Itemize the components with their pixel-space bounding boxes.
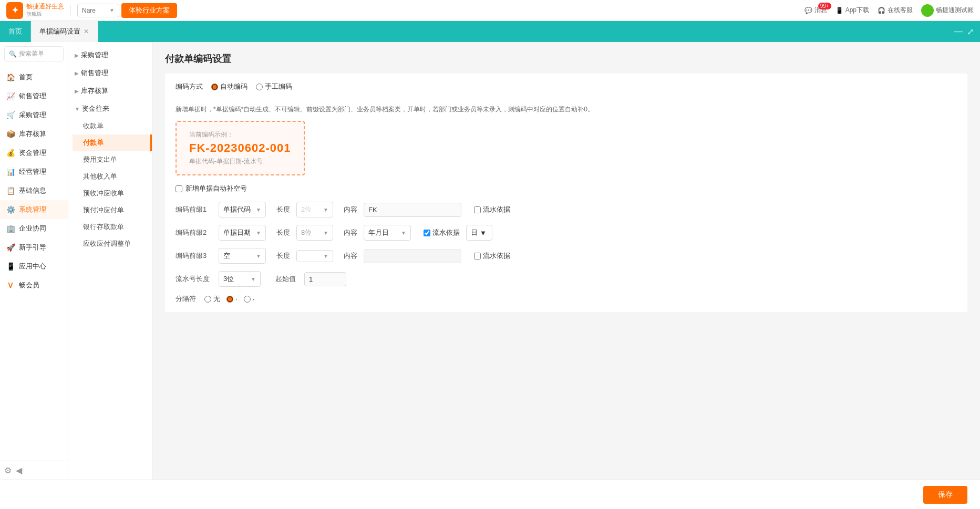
prefix2-select[interactable]: 单据日期 ▼ (219, 225, 266, 241)
sub-menu-item-payment[interactable]: 付款单 (73, 134, 152, 151)
select-arrow-icon: ▼ (256, 207, 261, 213)
prefix2-label: 编码前缀2 (176, 228, 212, 237)
auto-fill-checkbox[interactable] (176, 185, 182, 192)
tab-close-icon[interactable]: ✕ (84, 28, 89, 35)
sep-dot-option[interactable]: · (226, 295, 238, 303)
sidebar-item-newbie[interactable]: 🚀 新手引导 (0, 238, 68, 257)
sidebar-item-purchase[interactable]: 🛒 采购管理 (0, 106, 68, 124)
start-value-input[interactable] (304, 272, 346, 286)
inventory-icon: 📦 (6, 130, 15, 138)
manual-encoding-radio[interactable] (256, 84, 263, 90)
sub-menu-item-prepay-offset[interactable]: 预收冲应收单 (73, 185, 152, 202)
serial-length-label: 流水号长度 (176, 274, 212, 284)
collapse-btn[interactable]: ◀ (16, 465, 22, 475)
select-arrow-icon: ▼ (323, 230, 328, 236)
sep-dot-radio[interactable] (226, 296, 233, 303)
sep-none-radio[interactable] (204, 296, 211, 303)
form-row-prefix1: 编码前缀1 单据代码 ▼ 长度 2位 ▼ 内容 流水依据 (176, 202, 957, 217)
serial1-checkbox-label[interactable]: 流水依据 (474, 205, 510, 214)
code-preview-desc: 单据代码-单据日期-流水号 (189, 157, 291, 166)
length1-select[interactable]: 2位 ▼ (296, 202, 333, 217)
sidebar: 🔍 搜索菜单 🏠 首页 📈 销售管理 🛒 采购管理 📦 库存核算 💰 (0, 42, 68, 480)
sub-menu-item-other-income[interactable]: 其他收入单 (73, 168, 152, 185)
page-title: 付款单编码设置 (165, 53, 967, 65)
select-arrow-icon: ▼ (323, 207, 328, 213)
logo-text: 畅捷通好生意 (26, 3, 64, 10)
settings-btn[interactable]: ⚙ (4, 465, 12, 475)
newbie-icon: 🚀 (6, 243, 15, 252)
auto-encoding-option[interactable]: 自动编码 (211, 82, 247, 91)
sidebar-item-finance[interactable]: 💰 资金管理 (0, 143, 68, 162)
finance-icon: 💰 (6, 149, 15, 157)
sub-menu-parent-capital[interactable]: ▼ 资金往来 (68, 100, 152, 118)
sidebar-item-basic-info[interactable]: 📋 基础信息 (0, 181, 68, 200)
serial-length-select[interactable]: 3位 ▼ (219, 271, 261, 287)
purchase-icon: 🛒 (6, 111, 15, 119)
serial1-checkbox[interactable] (474, 206, 481, 213)
manual-encoding-option[interactable]: 手工编码 (256, 82, 292, 91)
app-download-btn[interactable]: 📱 App下载 (835, 6, 869, 15)
arrow-icon: ▶ (75, 53, 79, 58)
sep-dash-option[interactable]: · (244, 295, 255, 303)
sidebar-item-home[interactable]: 🏠 首页 (0, 68, 68, 87)
prefix3-select[interactable]: 空 ▼ (219, 248, 266, 264)
select-arrow-icon: ▼ (256, 230, 261, 236)
serial2-checkbox-label[interactable]: 流水依据 (424, 228, 460, 237)
sidebar-item-sales[interactable]: 📈 销售管理 (0, 87, 68, 106)
sidebar-item-enterprise[interactable]: 🏢 企业协同 (0, 219, 68, 238)
main-card: 编码方式 自动编码 手工编码 新增单据时，*单据编码*自动生成、不可编辑。前缀设… (165, 74, 967, 312)
sub-menu-item-expense[interactable]: 费用支出单 (73, 151, 152, 168)
sidebar-item-app-center[interactable]: 📱 应用中心 (0, 257, 68, 276)
sidebar-item-operations[interactable]: 📊 经营管理 (0, 162, 68, 181)
separator-row: 分隔符 无 · · (176, 294, 957, 304)
search-btn[interactable]: 🔍 搜索菜单 (4, 46, 64, 61)
auto-encoding-radio[interactable] (211, 84, 218, 90)
code-preview-value: FK-20230602-001 (189, 141, 291, 155)
save-button[interactable]: 保存 (923, 486, 967, 504)
nav-dropdown[interactable]: Nare ▼ (77, 4, 119, 17)
tab-maximize-btn[interactable]: ⤢ (967, 27, 974, 37)
sub-menu-inventory: ▶ 库存核算 (68, 82, 152, 100)
app-center-icon: 📱 (6, 262, 15, 271)
sub-menu-item-receipt[interactable]: 收款单 (73, 118, 152, 134)
serial3-checkbox-label[interactable]: 流水依据 (474, 251, 510, 261)
online-service-btn[interactable]: 🎧 在线客服 (878, 6, 913, 15)
sub-menu-parent-purchase[interactable]: ▶ 采购管理 (68, 46, 152, 64)
content2-select[interactable]: 年月日 ▼ (364, 225, 411, 241)
tab-encoding-settings[interactable]: 单据编码设置 ✕ (31, 21, 98, 42)
sub-menu-parent-sales[interactable]: ▶ 销售管理 (68, 64, 152, 82)
sidebar-item-inventory[interactable]: 📦 库存核算 (0, 124, 68, 143)
logo: ✦ 畅捷通好生意 旗舰版 (6, 2, 64, 19)
length3-select[interactable]: ▼ (296, 250, 333, 262)
sub-menu-item-bank[interactable]: 银行存取款单 (73, 219, 152, 235)
content3-input (364, 249, 461, 263)
serial2-checkbox[interactable] (424, 230, 430, 236)
select-arrow-icon: ▼ (401, 230, 406, 236)
sub-menu-item-adjustment[interactable]: 应收应付调整单 (73, 235, 152, 252)
serial3-checkbox[interactable] (474, 253, 481, 259)
sidebar-bottom: ⚙ ◀ (0, 461, 68, 480)
top-bar: ✦ 畅捷通好生意 旗舰版 Nare ▼ 体验行业方案 💬 消息 99+ 📱 Ap… (0, 0, 980, 21)
prefix1-select[interactable]: 单据代码 ▼ (219, 202, 266, 217)
arrow-icon: ▶ (75, 70, 79, 76)
message-btn[interactable]: 💬 消息 99+ (804, 6, 827, 15)
code-preview-label: 当前编码示例： (189, 130, 291, 139)
sep-dash-radio[interactable] (244, 296, 251, 303)
tab-minimize-btn[interactable]: — (954, 27, 963, 36)
arrow-icon: ▶ (75, 88, 79, 94)
prefix1-label: 编码前缀1 (176, 205, 212, 214)
content1-input[interactable] (364, 203, 461, 217)
length2-select[interactable]: 8位 ▼ (296, 225, 333, 241)
tab-home[interactable]: 首页 (0, 21, 31, 42)
sidebar-nav: 🏠 首页 📈 销售管理 🛒 采购管理 📦 库存核算 💰 资金管理 📊 经 (0, 66, 68, 461)
sub-menu-parent-inventory[interactable]: ▶ 库存核算 (68, 82, 152, 100)
sub-menu-item-advance-offset[interactable]: 预付冲应付单 (73, 202, 152, 219)
tab-actions: — ⤢ (948, 27, 980, 37)
separator-label: 分隔符 (176, 294, 196, 304)
day-select[interactable]: 日 ▼ (466, 225, 492, 241)
sep-none-option[interactable]: 无 (204, 294, 220, 304)
trial-btn[interactable]: 体验行业方案 (121, 3, 177, 18)
sidebar-item-system[interactable]: ⚙️ 系统管理 (0, 200, 68, 219)
user-info[interactable]: 畅捷通测试账 (921, 4, 974, 17)
sidebar-item-member[interactable]: V 畅会员 (0, 276, 68, 295)
